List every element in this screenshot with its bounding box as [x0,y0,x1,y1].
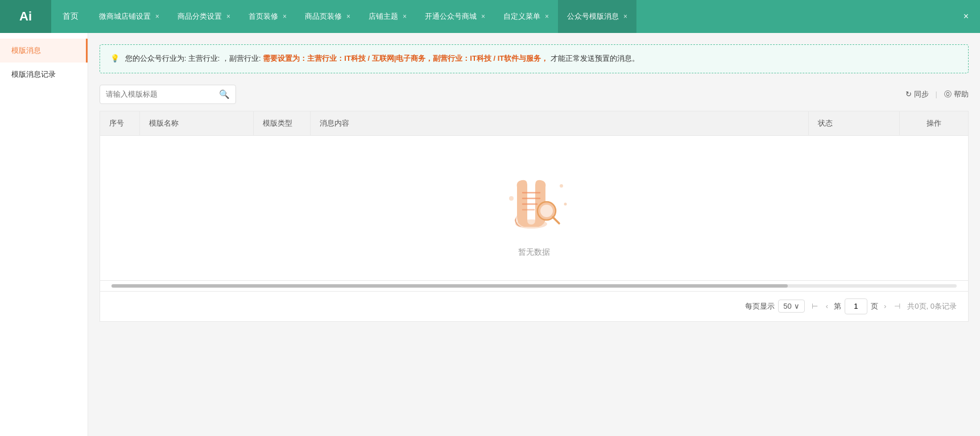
nav-tab-open-mall[interactable]: 开通公众号商城 × [416,0,494,33]
toolbar-divider: | [936,90,937,98]
nav-tab-custom-menu[interactable]: 自定义菜单 × [494,0,558,33]
scrollbar-track[interactable] [111,284,957,288]
close-template-msg[interactable]: × [623,13,627,20]
empty-text: 暂无数据 [518,247,550,258]
page-size-select: 每页显示 50 ∨ [745,300,804,313]
svg-point-10 [564,202,567,205]
svg-point-6 [540,205,553,217]
notice-highlight: 需要设置为：主营行业：IT科技 / 互联网|电子商务，副营行业：IT科技 / I… [263,54,548,63]
nav-tab-category-settings[interactable]: 商品分类设置 × [168,0,239,33]
svg-line-7 [553,217,559,223]
nav-tab-template-msg[interactable]: 公众号模版消息 × [558,0,636,33]
sidebar-item-template-message[interactable]: 模版消息 [0,39,88,63]
svg-point-8 [560,184,563,188]
help-icon: ⓪ [944,89,952,99]
th-seq: 序号 [100,111,140,135]
data-table: 序号 模版名称 模版类型 消息内容 状态 操作 [100,111,969,322]
close-all-button[interactable]: × [952,0,980,33]
scrollbar-area [100,280,968,291]
toolbar-right: ↻ 同步 | ⓪ 帮助 [905,89,969,99]
main-layout: 模版消息 模版消息记录 💡 您的公众号行业为: 主营行业: ，副营行业: 需要设… [0,33,980,436]
sync-button[interactable]: ↻ 同步 [905,89,929,99]
nav-tab-shop-settings[interactable]: 微商城店铺设置 × [90,0,168,33]
content-area: 💡 您的公众号行业为: 主营行业: ，副营行业: 需要设置为：主营行业：IT科技… [88,33,980,436]
info-notice: 💡 您的公众号行业为: 主营行业: ，副营行业: 需要设置为：主营行业：IT科技… [100,44,969,73]
help-button[interactable]: ⓪ 帮助 [944,89,969,99]
first-page-button[interactable]: ⊢ [809,301,820,312]
nav-tab-shop-theme[interactable]: 店铺主题 × [359,0,416,33]
empty-illustration [500,170,568,238]
nav-tab-home[interactable]: 首页 [51,0,90,33]
close-shop-settings[interactable]: × [155,13,159,20]
th-name: 模版名称 [140,111,254,135]
search-icon[interactable]: 🔍 [219,89,230,99]
close-home-decor[interactable]: × [283,13,287,20]
search-bar: 🔍 ↻ 同步 | ⓪ 帮助 [100,85,969,104]
nav-tab-home-decor[interactable]: 首页装修 × [239,0,296,33]
scrollbar-thumb[interactable] [111,284,788,288]
page-nav: ⊢ ‹ 第 页 › ⊣ [809,298,903,314]
bulb-icon: 💡 [110,54,119,63]
sidebar-item-template-message-log[interactable]: 模版消息记录 [0,63,88,86]
close-open-mall[interactable]: × [481,13,485,20]
prev-page-button[interactable]: ‹ [824,301,830,312]
th-type: 模版类型 [254,111,311,135]
close-product-decor[interactable]: × [346,13,350,20]
close-category-settings[interactable]: × [226,13,230,20]
last-page-button[interactable]: ⊣ [892,301,903,312]
top-nav: Ai 首页 微商城店铺设置 × 商品分类设置 × 首页装修 × 商品页装修 × … [0,0,980,33]
next-page-button[interactable]: › [882,301,888,312]
th-action: 操作 [900,111,968,135]
page-size-dropdown[interactable]: 50 ∨ [778,300,804,313]
empty-state: 暂无数据 [100,136,968,280]
chevron-down-icon: ∨ [794,302,800,310]
close-shop-theme[interactable]: × [403,13,407,20]
svg-point-9 [509,196,514,201]
search-input[interactable] [106,90,216,98]
th-content: 消息内容 [311,111,809,135]
logo: Ai [0,0,51,33]
close-custom-menu[interactable]: × [545,13,549,20]
page-number-input[interactable] [845,298,867,314]
total-info: 共0页, 0条记录 [907,301,957,312]
sidebar: 模版消息 模版消息记录 [0,33,88,436]
sync-icon: ↻ [905,90,912,98]
pagination: 每页显示 50 ∨ ⊢ ‹ 第 页 › ⊣ 共0页, 0条记录 [100,291,968,321]
th-status: 状态 [809,111,900,135]
nav-tab-product-decor[interactable]: 商品页装修 × [296,0,359,33]
search-input-wrap: 🔍 [100,85,236,104]
table-header: 序号 模版名称 模版类型 消息内容 状态 操作 [100,111,968,136]
